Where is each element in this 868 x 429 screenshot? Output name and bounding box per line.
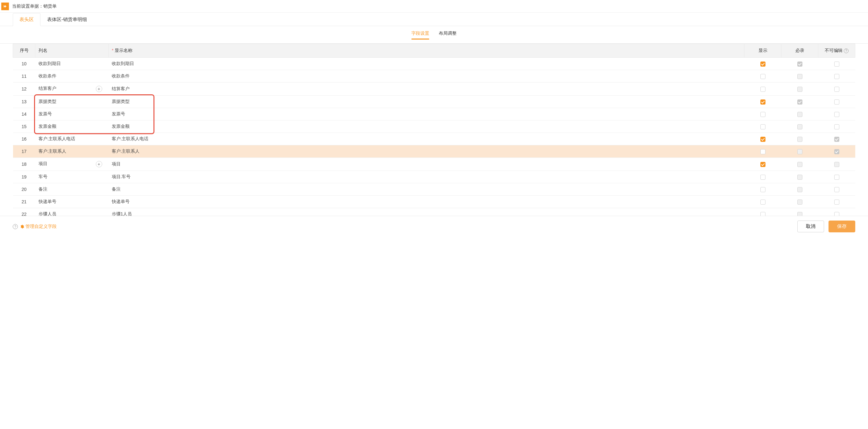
cell-show: [744, 145, 781, 158]
cell-seq: 15: [13, 120, 35, 133]
field-table: 序号 列名 *显示名称 显示 必录 不可编辑? 10收款到期日收款到期日11收款…: [13, 44, 855, 216]
checkbox[interactable]: [761, 200, 766, 205]
table-row: 20备注备注: [13, 183, 855, 196]
table-row: 16客户.主联系人电话客户.主联系人电话: [13, 133, 855, 145]
sub-tab-0[interactable]: 字段设置: [411, 31, 429, 39]
checkbox[interactable]: [761, 87, 766, 92]
cell-display-name[interactable]: 项目.车号: [108, 171, 744, 183]
col-name-header: 列名: [35, 44, 108, 58]
cell-display-name[interactable]: 客户.主联系人电话: [108, 133, 744, 145]
checkbox[interactable]: [834, 112, 839, 117]
checkbox[interactable]: [761, 112, 766, 117]
cell-display-name[interactable]: 发票号: [108, 108, 744, 120]
table-row: 15发票金额发票金额: [13, 120, 855, 133]
manage-custom-fields-link[interactable]: 管理自定义字段: [20, 224, 57, 229]
cell-name: 票据类型: [35, 96, 108, 108]
cell-readonly: [818, 171, 855, 183]
cell-display-name[interactable]: 发票金额: [108, 120, 744, 133]
cell-display-name[interactable]: 收款到期日: [108, 58, 744, 70]
checkbox[interactable]: [761, 74, 766, 79]
expand-panel-button[interactable]: [1, 3, 9, 10]
cell-display-name[interactable]: 票据类型: [108, 96, 744, 108]
cell-seq: 19: [13, 171, 35, 183]
checkbox: [797, 74, 802, 79]
checkbox[interactable]: [761, 212, 766, 216]
cell-display-name[interactable]: 快递单号: [108, 196, 744, 208]
cell-readonly: [818, 83, 855, 96]
cell-seq: 22: [13, 208, 35, 216]
cancel-button[interactable]: 取消: [797, 221, 824, 232]
cell-name: 备注: [35, 183, 108, 196]
cell-required: [781, 70, 818, 83]
checkbox[interactable]: [834, 200, 839, 205]
checkbox: [797, 187, 802, 192]
save-button[interactable]: 保存: [829, 221, 855, 232]
cell-readonly: [818, 70, 855, 83]
checkbox[interactable]: [834, 187, 839, 192]
cell-seq: 10: [13, 58, 35, 70]
outer-tab-0[interactable]: 表头区: [13, 13, 40, 26]
cell-show: [744, 83, 781, 96]
checkbox: [797, 149, 802, 154]
help-icon[interactable]: ?: [844, 49, 848, 53]
checkbox[interactable]: [834, 99, 839, 105]
checkbox[interactable]: [834, 124, 839, 130]
cell-display-name[interactable]: 项目: [108, 158, 744, 171]
cell-name: 客户.主联系人电话: [35, 133, 108, 145]
checkbox[interactable]: [761, 187, 766, 192]
sub-tab-1[interactable]: 布局调整: [439, 31, 457, 39]
checkbox: [797, 175, 802, 180]
col-seq-header: 序号: [13, 44, 35, 58]
checkbox[interactable]: [761, 162, 766, 167]
checkbox: [797, 87, 802, 92]
checkbox[interactable]: [834, 175, 839, 180]
checkbox[interactable]: [834, 74, 839, 79]
cell-readonly: [818, 183, 855, 196]
cell-show: [744, 133, 781, 145]
cell-seq: 21: [13, 196, 35, 208]
cell-display-name[interactable]: 客户.主联系人: [108, 145, 744, 158]
checkbox[interactable]: [761, 99, 766, 105]
checkbox[interactable]: [834, 61, 839, 67]
cell-required: [781, 171, 818, 183]
sub-tabs: 字段设置布局调整: [0, 26, 868, 44]
cell-display-name[interactable]: 备注: [108, 183, 744, 196]
checkbox[interactable]: [761, 149, 766, 154]
col-show-header: 显示: [744, 44, 781, 58]
cell-display-name[interactable]: 结算客户: [108, 83, 744, 96]
cell-readonly: [818, 120, 855, 133]
cell-show: [744, 171, 781, 183]
checkbox[interactable]: [761, 137, 766, 142]
checkbox[interactable]: [761, 124, 766, 130]
add-subfield-button[interactable]: +: [96, 161, 102, 167]
checkbox[interactable]: [834, 87, 839, 92]
cell-required: [781, 145, 818, 158]
cell-seq: 17: [13, 145, 35, 158]
cell-show: [744, 70, 781, 83]
add-subfield-button[interactable]: +: [96, 86, 102, 92]
question-icon[interactable]: ?: [13, 224, 18, 229]
checkbox[interactable]: [761, 175, 766, 180]
table-row: 21快递单号快递单号: [13, 196, 855, 208]
col-readonly-header: 不可编辑?: [818, 44, 855, 58]
cell-name: 发票金额: [35, 120, 108, 133]
cell-readonly: [818, 133, 855, 145]
table-row: 10收款到期日收款到期日: [13, 58, 855, 70]
table-row: 18项目+项目: [13, 158, 855, 171]
cell-show: [744, 158, 781, 171]
cell-display-name[interactable]: 收款条件: [108, 70, 744, 83]
cell-readonly: [818, 58, 855, 70]
checkbox[interactable]: [834, 212, 839, 216]
cell-seq: 18: [13, 158, 35, 171]
cell-required: [781, 133, 818, 145]
checkbox: [797, 99, 802, 105]
outer-tab-1[interactable]: 表体区-销货单明细: [40, 13, 94, 26]
checkbox[interactable]: [761, 61, 766, 67]
cell-display-name[interactable]: 步骤1人员: [108, 208, 744, 216]
cell-required: [781, 120, 818, 133]
checkbox: [797, 112, 802, 117]
cell-readonly: [818, 96, 855, 108]
required-star-icon: *: [112, 48, 113, 53]
cell-required: [781, 83, 818, 96]
checkbox: [797, 124, 802, 130]
